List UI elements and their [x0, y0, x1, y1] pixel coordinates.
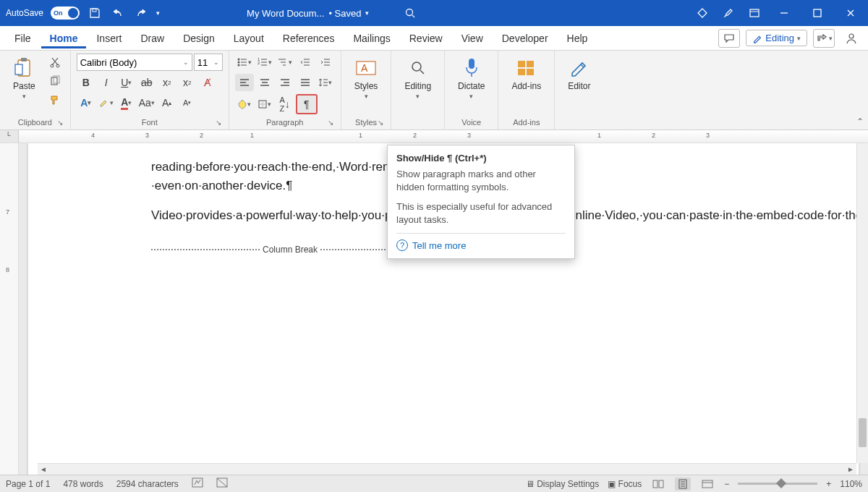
shading-icon[interactable]: ▾	[235, 96, 254, 113]
subscript-button[interactable]: x2	[158, 74, 176, 91]
text-effects-icon[interactable]: A▾	[77, 94, 95, 111]
svg-rect-7	[15, 64, 22, 75]
brush-icon[interactable]	[720, 5, 736, 21]
saved-state: • Saved	[328, 8, 361, 19]
numbering-icon[interactable]: 12▾	[255, 54, 274, 71]
editing-button[interactable]: Editing▾	[397, 54, 438, 103]
tab-developer[interactable]: Developer	[493, 28, 557, 48]
account-icon[interactable]	[841, 29, 862, 48]
vertical-scrollbar[interactable]	[856, 143, 868, 463]
page-count[interactable]: Page 1 of 1	[6, 479, 50, 489]
align-center-icon[interactable]	[255, 74, 274, 91]
grow-font-icon[interactable]: A▴	[158, 94, 176, 111]
clear-format-icon[interactable]: A̸	[198, 74, 217, 91]
zoom-level[interactable]: 110%	[840, 479, 862, 489]
font-name-select[interactable]: Calibri (Body)⌄	[77, 54, 192, 71]
font-launcher-icon[interactable]: ↘	[216, 119, 221, 127]
paste-button[interactable]: Paste▾	[6, 54, 43, 103]
display-settings-button[interactable]: 🖥 Display Settings	[526, 479, 599, 489]
italic-button[interactable]: I	[97, 74, 116, 91]
dictate-button[interactable]: Dictate▾	[451, 54, 492, 103]
strikethrough-button[interactable]: ab	[137, 74, 156, 91]
align-right-icon[interactable]	[276, 74, 294, 91]
editing-mode-button[interactable]: Editing ▾	[746, 30, 807, 46]
tab-file[interactable]: File	[6, 28, 40, 48]
zoom-out-button[interactable]: −	[724, 479, 729, 489]
save-icon[interactable]	[87, 5, 103, 21]
word-count[interactable]: 478 words	[63, 479, 103, 489]
cut-icon[interactable]	[46, 54, 64, 71]
collapse-ribbon-icon[interactable]: ⌃	[856, 116, 864, 127]
styles-launcher-icon[interactable]: ↘	[378, 119, 383, 127]
maximize-button[interactable]	[806, 3, 829, 23]
increase-indent-icon[interactable]	[316, 54, 335, 71]
underline-button[interactable]: U▾	[117, 74, 136, 91]
svg-rect-23	[527, 61, 534, 67]
multilevel-icon[interactable]: ▾	[276, 54, 294, 71]
borders-icon[interactable]: ▾	[255, 96, 274, 113]
align-left-icon[interactable]	[235, 74, 254, 91]
font-size-select[interactable]: 11⌄	[194, 54, 223, 71]
line-spacing-icon[interactable]: ▾	[316, 74, 335, 91]
window-icon[interactable]	[746, 5, 762, 21]
bullets-icon[interactable]: ▾	[235, 54, 254, 71]
bold-button[interactable]: B	[77, 74, 95, 91]
decrease-indent-icon[interactable]	[296, 54, 315, 71]
accessibility-icon[interactable]	[216, 478, 228, 490]
tab-home[interactable]: Home	[41, 28, 87, 48]
print-layout-icon[interactable]	[675, 478, 691, 491]
char-count[interactable]: 2594 characters	[116, 479, 179, 489]
horizontal-scrollbar[interactable]: ◄►	[38, 463, 856, 475]
web-layout-icon[interactable]	[699, 478, 715, 491]
copy-icon[interactable]	[46, 72, 64, 90]
read-mode-icon[interactable]	[650, 478, 666, 491]
styles-button[interactable]: A Styles▾	[347, 54, 386, 103]
group-editor: Editor	[555, 51, 603, 130]
diamond-icon[interactable]	[694, 5, 710, 21]
tab-review[interactable]: Review	[401, 28, 451, 48]
tell-me-more-link[interactable]: ? Tell me more	[396, 233, 566, 251]
tab-insert[interactable]: Insert	[88, 28, 130, 48]
close-button[interactable]	[839, 3, 862, 23]
svg-text:2: 2	[258, 61, 260, 65]
group-clipboard: Paste▾ Clipboard↘	[0, 51, 71, 130]
autosave-toggle[interactable]: On	[51, 7, 80, 20]
tab-help[interactable]: Help	[558, 28, 597, 48]
editor-button[interactable]: Editor	[561, 54, 597, 94]
show-hide-button[interactable]: ¶	[296, 94, 318, 114]
justify-icon[interactable]	[296, 74, 315, 91]
autosave-label: AutoSave	[6, 8, 43, 18]
superscript-button[interactable]: x2	[178, 74, 197, 91]
addins-button[interactable]: Add-ins	[504, 54, 548, 94]
show-hide-tooltip: Show/Hide ¶ (Ctrl+*) Show paragraph mark…	[387, 145, 575, 259]
tab-layout[interactable]: Layout	[225, 28, 273, 48]
minimize-button[interactable]	[773, 3, 796, 23]
group-font: Calibri (Body)⌄ 11⌄ B I U▾ ab x2 x2 A̸ A…	[71, 51, 229, 130]
share-button[interactable]: ▾	[813, 29, 835, 48]
tab-mailings[interactable]: Mailings	[344, 28, 399, 48]
clipboard-launcher-icon[interactable]: ↘	[57, 119, 63, 127]
macro-icon[interactable]	[192, 478, 203, 490]
change-case-icon[interactable]: Aa▾	[137, 94, 156, 111]
search-icon[interactable]	[402, 5, 418, 21]
tab-design[interactable]: Design	[174, 28, 224, 48]
format-painter-icon[interactable]	[46, 91, 64, 109]
comments-button[interactable]	[718, 29, 740, 48]
group-addins: Add-ins Add-ins	[498, 51, 555, 130]
horizontal-ruler[interactable]: L 4 3 2 1 1 2 3 1 2 3	[0, 130, 868, 143]
highlight-icon[interactable]: ▾	[97, 94, 116, 111]
tab-view[interactable]: View	[453, 28, 492, 48]
paragraph-launcher-icon[interactable]: ↘	[328, 119, 333, 127]
tab-draw[interactable]: Draw	[132, 28, 173, 48]
font-color-icon[interactable]: A▾	[117, 94, 136, 111]
shrink-font-icon[interactable]: A▾	[178, 94, 197, 111]
zoom-slider[interactable]	[738, 483, 817, 485]
zoom-in-button[interactable]: +	[826, 479, 831, 489]
tab-references[interactable]: References	[274, 28, 344, 48]
sort-icon[interactable]: AZ↓	[276, 96, 294, 113]
document-title: My Word Docum...	[247, 8, 324, 19]
redo-icon[interactable]	[133, 5, 149, 21]
vertical-ruler[interactable]: 7 8	[0, 143, 19, 475]
undo-icon[interactable]	[110, 5, 126, 21]
focus-button[interactable]: ▣ Focus	[608, 479, 642, 489]
